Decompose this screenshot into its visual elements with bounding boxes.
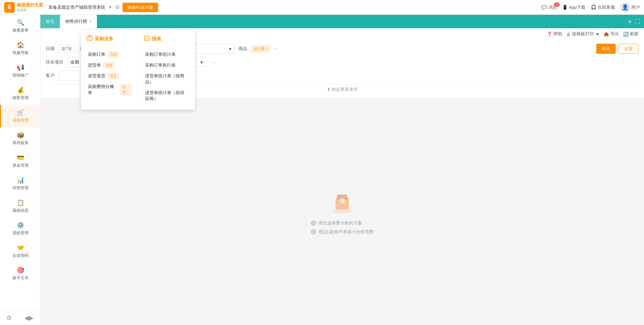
status-select-arrow: ▾ [229, 46, 231, 51]
tab-bar-close-icon[interactable]: ✕ [628, 18, 632, 25]
inventory-icon: 📦 [17, 131, 24, 139]
rank-filter-label: 排名项目 [46, 59, 63, 65]
tab-home-label: 首页 [46, 18, 55, 25]
tab-close-icon[interactable]: × [89, 19, 92, 24]
svg-rect-5 [87, 36, 92, 40]
dropdown-item-purchase-expense[interactable]: 采购费用分摊单 历史 [86, 81, 133, 98]
date-filter-label: 日期 [46, 46, 55, 52]
help-label: 帮助 [553, 31, 562, 37]
sidebar-item-enterprise[interactable]: 🤝 企业协同 [0, 240, 40, 262]
print-dropdown-icon[interactable]: ▼ [595, 32, 600, 37]
sidebar-label-purchase: 采购管理 [12, 118, 29, 123]
dropdown-item-purchase-exec[interactable]: 采购订单执行表 [144, 60, 190, 71]
print-label: 按模板打印 [572, 31, 594, 37]
messages-btn[interactable]: 💬 消息 5 [541, 4, 557, 10]
print-btn[interactable]: 🖨 按模板打印 ▼ [566, 31, 600, 37]
dropdown-item-goods-stat-product[interactable]: 进货单统计表（按商品） [144, 71, 190, 87]
sidebar-item-quicknav[interactable]: 🏠 快捷导航 [0, 37, 40, 60]
query-btn[interactable]: 查询 [596, 44, 616, 54]
tab-home[interactable]: 首页 [40, 15, 60, 28]
purchase-stat-label: 采购订单统计表 [145, 51, 176, 57]
tab-bar-expand-icon[interactable]: ⛶ [635, 18, 640, 25]
settings-btn[interactable]: 设置 [618, 44, 639, 54]
sidebar-item-basicinfo[interactable]: 📋 基础信息 [0, 195, 40, 217]
user-avatar: 👤 [620, 3, 630, 12]
refresh-label: 刷新 [630, 31, 639, 37]
sidebar-item-marketing[interactable]: 📢 营销推广 [0, 60, 40, 82]
refresh-icon: 🔄 [623, 32, 629, 37]
purchase-dropdown-menu: 采购业务 采购订单 历史 进货单 历史 进货退货 历史 [81, 30, 195, 110]
sidebar-label-finance: 资金管理 [12, 163, 29, 168]
purchase-col-title: 采购业务 [86, 35, 133, 45]
tab-bar: 首页 销售排行榜 × ✕ ⛶ [40, 15, 644, 28]
logo-area: 6 畅捷通好生意 标准版 [4, 2, 44, 13]
export-label: 导出 [610, 31, 619, 37]
dropdown-cols: 采购业务 采购订单 历史 进货单 历史 进货退货 历史 [86, 35, 189, 104]
goods-return-label: 进货退货 [88, 73, 105, 79]
help-btn[interactable]: ❓ 帮助 [547, 31, 562, 37]
system-settings-icon[interactable]: ⚙ [115, 4, 120, 10]
sidebar-label-marketing: 营销推广 [12, 73, 29, 78]
purchase-order-hist: 历史 [108, 51, 119, 57]
sidebar-item-system[interactable]: ⚙️ 系统管理 [0, 217, 40, 240]
dropdown-item-goods-return[interactable]: 进货退货 历史 [86, 71, 133, 81]
dropdown-item-purchase-order[interactable]: 采购订单 历史 [86, 49, 133, 60]
tab-bar-right: ✕ ⛶ [628, 18, 644, 25]
report-col-title: 报表 [144, 35, 190, 45]
sidebar-item-search[interactable]: 🔍 搜索菜单 [0, 15, 40, 37]
tab-sales-rank-label: 销售排行榜 [65, 18, 87, 25]
goods-return-hist: 历史 [108, 73, 119, 79]
goods-tag-close[interactable]: × [266, 47, 268, 51]
top-right-area: 💬 消息 5 📱 App下载 🎧 在线客服 👤 用户 [541, 3, 640, 12]
dropdown-item-purchase-stat[interactable]: 采购订单统计表 [144, 49, 190, 60]
salesperson-select-arrow: ▾ [201, 60, 203, 65]
marketing-icon: 📢 [17, 64, 24, 71]
svg-point-3 [339, 198, 345, 203]
logo-text: 畅捷通好生意 标准版 [17, 2, 43, 12]
collapse-sidebar-icon[interactable]: ◀▶ [24, 314, 34, 322]
sidebar-label-operation: 经营管理 [12, 185, 29, 191]
salesperson-dots-btn[interactable]: ··· [211, 59, 216, 65]
collapse-up-icon: ⬆ [327, 87, 330, 92]
refresh-btn[interactable]: 🔄 刷新 [623, 31, 639, 37]
title-dropdown-icon[interactable]: ▼ [108, 5, 112, 10]
svg-point-0 [333, 209, 352, 213]
purchase-expense-hist: 历史 [120, 84, 131, 95]
purchase-col-title-text: 采购业务 [95, 36, 113, 42]
service-label: 在线客服 [598, 4, 615, 10]
sidebar-item-finance[interactable]: 💳 资金管理 [0, 150, 40, 172]
app-download-btn[interactable]: 📱 App下载 [562, 4, 585, 10]
tip-text-1: 请先选择要分析的方案 [318, 219, 362, 228]
sidebar-label-search: 搜索菜单 [12, 28, 29, 33]
export-btn[interactable]: 📤 导出 [604, 31, 619, 37]
dropdown-item-goods-stat-supplier[interactable]: 进货单统计表（按供应商） [144, 87, 190, 104]
industry-btn[interactable]: 体验行业方案 [122, 3, 158, 12]
date-btn-7days[interactable]: 近7天 [59, 45, 75, 53]
settings-bottom-icon[interactable]: ⚙ [6, 314, 12, 322]
sidebar-item-sales[interactable]: 💰 销售管理 [0, 82, 40, 105]
system-title-text: 装备及固定资产辅助管理系统 [48, 4, 105, 10]
user-label: 用户 [631, 4, 640, 10]
purchase-exec-label: 采购订单执行表 [145, 62, 176, 68]
filter-actions: 查询 设置 [596, 44, 639, 54]
logo-line1: 畅捷通好生意 [17, 2, 43, 8]
sidebar-item-newbie[interactable]: 🎯 新手引导 [0, 262, 40, 285]
sidebar-label-system: 系统管理 [12, 230, 29, 236]
tab-sales-rank[interactable]: 销售排行榜 × [60, 15, 97, 28]
goods-receipt-hist: 历史 [104, 62, 114, 68]
purchase-expense-label: 采购费用分摊单 [88, 84, 118, 96]
report-col-title-text: 报表 [152, 36, 161, 42]
empty-state: ! 1 请先选择要分析的方案 2 用[过滤]条件来缩小分析范围 [40, 99, 644, 325]
sidebar-item-inventory[interactable]: 📦 库存核算 [0, 127, 40, 150]
report-col-icon [144, 35, 150, 42]
dropdown-item-goods-receipt[interactable]: 进货单 历史 [86, 60, 133, 71]
goods-dots-btn[interactable]: ··· [273, 46, 277, 52]
sidebar-item-operation[interactable]: 📊 经营管理 [0, 172, 40, 195]
sidebar-item-purchase[interactable]: 🛒 采购管理 [0, 105, 40, 127]
logo-line2: 标准版 [17, 8, 43, 12]
tip-num-1: 1 [311, 220, 316, 226]
online-service-btn[interactable]: 🎧 在线客服 [591, 4, 615, 10]
customer-filter-label: 客户 [46, 73, 55, 79]
sidebar-label-basicinfo: 基础信息 [12, 208, 29, 213]
user-btn[interactable]: 👤 用户 [620, 3, 640, 12]
